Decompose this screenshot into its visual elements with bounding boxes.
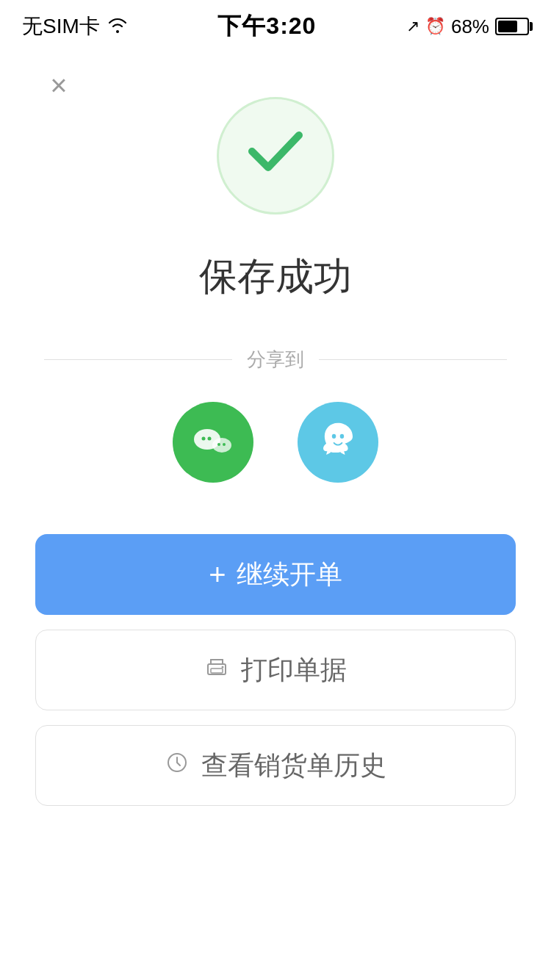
- success-circle: [217, 97, 334, 215]
- battery-percent: 68%: [451, 15, 489, 38]
- share-icons: [173, 402, 378, 483]
- share-section: 分享到: [0, 347, 551, 483]
- alarm-icon: ⏰: [425, 17, 445, 36]
- status-carrier: 无SIM卡: [22, 12, 128, 40]
- svg-point-1: [212, 438, 231, 453]
- history-label: 查看销货单历史: [201, 748, 386, 784]
- svg-rect-9: [211, 669, 223, 673]
- svg-point-10: [222, 666, 224, 669]
- status-indicators: ↗ ⏰ 68%: [406, 15, 529, 38]
- plus-icon: +: [209, 560, 226, 589]
- svg-point-2: [202, 437, 206, 441]
- action-buttons: + 继续开单 打印单据 查看销货单历史: [0, 534, 551, 806]
- divider-right: [319, 359, 507, 360]
- continue-label: 继续开单: [237, 557, 342, 593]
- success-title: 保存成功: [199, 251, 352, 303]
- battery-icon: [495, 18, 529, 35]
- location-icon: ↗: [406, 17, 419, 36]
- wechat-share-button[interactable]: [173, 402, 253, 483]
- status-bar: 无SIM卡 下午3:20 ↗ ⏰ 68%: [0, 0, 551, 53]
- svg-point-4: [217, 443, 220, 446]
- print-icon: [204, 655, 229, 685]
- share-label: 分享到: [232, 347, 319, 372]
- svg-point-6: [332, 434, 336, 439]
- close-button[interactable]: ×: [37, 63, 81, 107]
- main-content: 保存成功 分享到: [0, 53, 551, 806]
- checkmark-icon: [246, 125, 305, 187]
- svg-point-3: [208, 437, 212, 441]
- print-button[interactable]: 打印单据: [35, 630, 516, 710]
- qq-icon: [316, 420, 360, 464]
- continue-button[interactable]: + 继续开单: [35, 534, 516, 615]
- status-time: 下午3:20: [217, 10, 316, 43]
- print-label: 打印单据: [241, 652, 347, 688]
- carrier-text: 无SIM卡: [22, 12, 100, 40]
- divider-left: [44, 359, 232, 360]
- close-icon: ×: [50, 71, 67, 100]
- svg-point-5: [223, 443, 226, 446]
- history-icon: [165, 750, 190, 781]
- qq-share-button[interactable]: [298, 402, 378, 483]
- svg-point-7: [340, 434, 344, 439]
- wifi-icon: [107, 15, 128, 38]
- wechat-icon: [190, 419, 237, 466]
- share-divider: 分享到: [0, 347, 551, 372]
- history-button[interactable]: 查看销货单历史: [35, 725, 516, 806]
